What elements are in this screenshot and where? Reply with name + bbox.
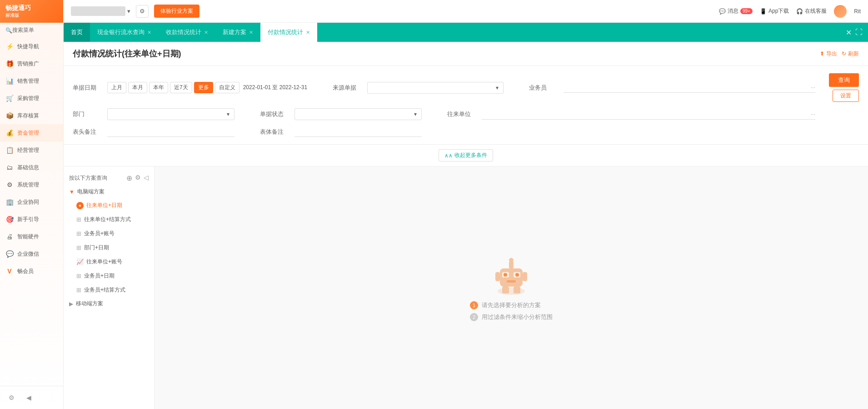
scheme-item-salesperson-date[interactable]: ⊞ 业务员+日期 [64, 269, 154, 283]
sidebar-item-search[interactable]: 🔍 搜索菜单 [0, 23, 63, 38]
scheme-active-icon: ● [76, 202, 84, 209]
close-new-tab-icon[interactable]: ✕ [249, 30, 253, 35]
username-label[interactable]: Rit [854, 8, 861, 15]
app-download-button[interactable]: 📱 App下载 [760, 7, 789, 15]
sidebar-item-purchase[interactable]: 🛒 采购管理 [0, 90, 63, 107]
service-button[interactable]: 🎧 在线客服 [796, 7, 827, 15]
guide-icon: 🎯 [5, 215, 14, 223]
scheme-chart-icon: 📈 [76, 258, 84, 265]
message-button[interactable]: 💬 消息 99+ [719, 7, 753, 15]
date-buttons: 上月 本月 本年 近7天 更多 自定义 2022-01-01 至 2022-12… [107, 82, 307, 93]
voucher-status-select[interactable]: ▾ [294, 108, 422, 120]
purchase-icon: 🛒 [5, 94, 14, 102]
this-year-btn[interactable]: 本年 [149, 82, 168, 93]
sidebar-item-company[interactable]: 🏢 企业协同 [0, 193, 63, 211]
this-month-btn[interactable]: 本月 [128, 82, 147, 93]
sidebar-item-marketing[interactable]: 🎁 营销推广 [0, 55, 63, 72]
scheme-mobile-arrow-icon: ▶ [69, 301, 73, 307]
tab-new[interactable]: 新建方案 ✕ [215, 23, 260, 42]
voucher-status-dropdown-icon: ▾ [414, 111, 417, 117]
sidebar-item-management[interactable]: 📋 经营管理 [0, 141, 63, 159]
close-bank-tab-icon[interactable]: ✕ [147, 30, 151, 35]
scheme-item-unit-account[interactable]: 📈 往来单位+账号 [64, 255, 154, 269]
close-payment-tab-icon[interactable]: ✕ [306, 30, 310, 35]
more-btn[interactable]: 更多 [194, 82, 213, 93]
tab-receipt[interactable]: 收款情况统计 ✕ [159, 23, 215, 42]
workspace-name [71, 6, 125, 16]
page-content: 付款情况统计(往来单位+日期) ⬆ 导出 ↻ 刷新 单据日期 上月 [64, 42, 868, 409]
tab-bank[interactable]: 现金银行流水查询 ✕ [90, 23, 159, 42]
last-7-days-btn[interactable]: 近7天 [170, 82, 192, 93]
scheme-item-salesperson-account[interactable]: ⊞ 业务员+账号 [64, 227, 154, 241]
sidebar-logo: 畅捷通巧 标准版 [0, 0, 63, 23]
topbar-right: 💬 消息 99+ 📱 App下载 🎧 在线客服 Rit [719, 5, 861, 18]
export-button[interactable]: ⬆ 导出 [820, 50, 837, 58]
sidebar-item-basic[interactable]: 🗂 基础信息 [0, 159, 63, 176]
close-all-tabs-icon[interactable]: ✕ [846, 28, 852, 37]
scheme-item-salesperson-settlement[interactable]: ⊞ 业务员+结算方式 [64, 283, 154, 297]
sidebar-collapse-button[interactable]: ◀ [22, 391, 35, 404]
related-unit-input[interactable]: ··· [482, 109, 815, 120]
related-unit-more-icon: ··· [811, 111, 815, 117]
tab-home[interactable]: 首页 [64, 23, 90, 42]
trial-button[interactable]: 体验行业方案 [154, 5, 200, 18]
table-body-note-input[interactable] [294, 126, 422, 137]
table-header-note-label: 表头备注 [73, 128, 100, 136]
sidebar-item-member[interactable]: V 畅会员 [0, 263, 63, 280]
salesperson-input[interactable]: ··· [564, 82, 815, 93]
maximize-icon[interactable]: ⛶ [855, 28, 863, 36]
sidebar-item-guide[interactable]: 🎯 新手引导 [0, 211, 63, 228]
sidebar-footer: ⚙ ◀ [0, 386, 63, 409]
filter-row-1: 单据日期 上月 本月 本年 近7天 更多 自定义 2022-01-01 至 20… [73, 73, 859, 102]
topbar-workspace-dropdown[interactable]: ▾ [71, 6, 130, 16]
svg-point-5 [515, 273, 519, 277]
sidebar-item-finance[interactable]: 💰 资金管理 [0, 124, 63, 141]
scheme-add-icon[interactable]: ⊕ [126, 174, 132, 182]
source-select[interactable]: ▾ [367, 82, 504, 94]
company-icon: 🏢 [5, 198, 14, 206]
scheme-table-icon-3: ⊞ [76, 244, 81, 251]
sidebar-settings-button[interactable]: ⚙ [5, 391, 18, 404]
collapse-button[interactable]: ∧∧ 收起更多条件 [439, 149, 493, 162]
dept-select[interactable]: ▾ [107, 108, 234, 120]
scheme-item-unit-settlement[interactable]: ⊞ 往来单位+结算方式 [64, 212, 154, 227]
query-button[interactable]: 查询 [829, 73, 859, 87]
collapse-row: ∧∧ 收起更多条件 [64, 145, 868, 167]
sidebar-item-hardware[interactable]: 🖨 智能硬件 [0, 228, 63, 245]
svg-point-0 [498, 288, 525, 295]
logo-text: 畅捷通巧 标准版 [5, 4, 31, 19]
hint-num-1: 1 [470, 301, 478, 309]
table-body-note-label: 表体备注 [260, 128, 287, 136]
refresh-button[interactable]: ↻ 刷新 [842, 50, 859, 58]
custom-btn[interactable]: 自定义 [215, 82, 239, 93]
hint-num-2: 2 [470, 313, 478, 321]
scheme-group-desktop-title[interactable]: ▼ 电脑端方案 [64, 185, 154, 198]
scheme-group-mobile-title[interactable]: ▶ 移动端方案 [64, 297, 154, 310]
scheme-panel: 按以下方案查询 ⊕ ⚙ ◁ ▼ 电脑端方案 ● 往来单位+日期 [64, 167, 155, 409]
last-month-btn[interactable]: 上月 [107, 82, 126, 93]
right-query-area: 查询 设置 [823, 73, 859, 102]
nav-tabs: 首页 现金银行流水查询 ✕ 收款情况统计 ✕ 新建方案 ✕ 付款情况统计 ✕ ✕… [64, 23, 868, 42]
settings-button[interactable]: 设置 [833, 90, 859, 102]
date-label: 单据日期 [73, 84, 100, 92]
scheme-item-unit-date[interactable]: ● 往来单位+日期 [64, 198, 154, 212]
dept-dropdown-icon: ▾ [227, 111, 229, 117]
sidebar-item-nav[interactable]: ⚡ 快捷导航 [0, 38, 63, 55]
tab-payment[interactable]: 付款情况统计 ✕ [260, 23, 317, 42]
table-header-note-input[interactable] [107, 126, 234, 137]
sidebar-item-wechat[interactable]: 💬 企业微信 [0, 245, 63, 263]
sidebar-item-inventory[interactable]: 📦 库存核算 [0, 107, 63, 124]
filter-row-2: 部门 ▾ 单据状态 ▾ 往来单位 ··· [73, 108, 859, 120]
scheme-collapse-icon[interactable]: ◁ [144, 174, 149, 182]
svg-rect-1 [500, 268, 523, 287]
scheme-settings-icon[interactable]: ⚙ [135, 174, 141, 182]
sidebar-item-sales[interactable]: 📊 销售管理 [0, 72, 63, 90]
topbar-gear-button[interactable]: ⚙ [136, 5, 149, 18]
scheme-item-dept-date[interactable]: ⊞ 部门+日期 [64, 241, 154, 255]
sidebar-item-system[interactable]: ⚙ 系统管理 [0, 176, 63, 193]
content-area: 按以下方案查询 ⊕ ⚙ ◁ ▼ 电脑端方案 ● 往来单位+日期 [64, 167, 868, 409]
hardware-icon: 🖨 [5, 232, 14, 241]
avatar[interactable] [834, 5, 847, 18]
close-receipt-tab-icon[interactable]: ✕ [204, 30, 208, 35]
page-header-actions: ⬆ 导出 ↻ 刷新 [820, 50, 859, 64]
